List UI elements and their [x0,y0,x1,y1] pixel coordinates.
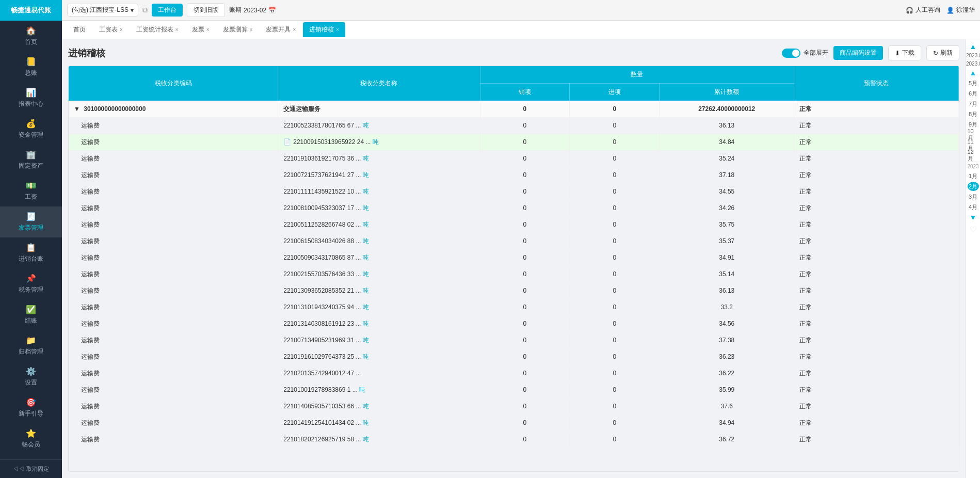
period-label: 账期 [229,6,242,14]
sidebar-item-member[interactable]: ⭐ 畅会员 [0,423,62,454]
row-unit-cell[interactable]: 吨 [359,386,365,393]
month-button[interactable]: 3月 [968,192,979,201]
row-unit-cell[interactable]: 吨 [363,353,369,360]
sidebar-item-asset[interactable]: 🏢 固定资产 [0,145,62,176]
tab-salary-report[interactable]: 工资统计报表 × [130,22,185,37]
row-invoice-cell: 221010019278983869 1 ... 吨 [278,381,480,398]
row-unit-cell[interactable]: 吨 [363,188,369,195]
support-button[interactable]: 🎧 人工咨询 [906,6,940,14]
row-unit-cell[interactable]: 吨 [363,337,369,344]
row-unit-cell[interactable]: 吨 [363,204,369,212]
tab-salary[interactable]: 工资表 × [93,22,129,37]
row-invoice-cell: 221002155703576436 33 ... 吨 [278,266,480,282]
tab-invoice[interactable]: 发票 × [186,22,216,37]
calendar-icon[interactable]: 📅 [268,7,276,14]
row-unit-cell[interactable]: 吨 [363,122,369,129]
sidebar-item-home[interactable]: 🏠 首页 [0,21,62,52]
row-status-cell: 正常 [794,117,959,134]
sidebar-item-invoice[interactable]: 🧾 发票管理 [0,206,62,237]
row-unit-cell[interactable]: 吨 [363,254,369,261]
row-purchase-cell: 0 [570,134,660,150]
refresh-button[interactable]: ↻ 刷新 [926,45,959,60]
month-button[interactable]: 12月 [968,151,979,160]
switch-button[interactable]: 切到旧版 [187,3,225,17]
toggle-all-switch[interactable] [782,49,800,58]
sidebar-item-capital[interactable]: 💰 资金管理 [0,114,62,145]
row-sales-cell: 0 [480,200,570,216]
row-unit-cell[interactable]: 吨 [363,155,369,162]
month-button[interactable]: 4月 [968,202,979,212]
tab-invoice-calc-close[interactable]: × [250,27,253,33]
tab-salary-report-close[interactable]: × [175,27,179,33]
company-label: (勾选) 江西报宝-LSS [72,6,128,14]
ledger-icon: 📒 [26,57,36,67]
month-button[interactable]: 1月 [968,171,979,181]
copy-icon[interactable]: ⧉ [142,6,148,14]
sidebar-item-ledger[interactable]: 📒 总账 [0,52,62,83]
row-cumulative-cell: 34.94 [660,415,794,431]
row-purchase-cell: 0 [570,167,660,183]
tab-home[interactable]: 首页 [67,22,92,37]
month-nav-up[interactable]: ▲ [969,68,978,78]
row-unit-cell[interactable]: 吨 [363,320,369,327]
row-unit-cell[interactable]: 吨 [363,436,369,443]
row-sales-cell: 0 [480,233,570,249]
workbench-button[interactable]: 工作台 [152,4,183,17]
sidebar-item-settings[interactable]: ⚙️ 设置 [0,361,62,392]
row-unit-cell[interactable]: 吨 [363,270,369,278]
download-button[interactable]: ⬇ 下载 [888,45,921,60]
row-unit-cell[interactable]: 吨 [363,419,369,426]
category-purchase-cell: 0 [570,101,660,117]
sidebar-item-salary[interactable]: 💵 工资 [0,176,62,206]
row-unit-cell[interactable]: 吨 [363,221,369,228]
month-button[interactable]: 6月 [968,89,979,98]
row-unit-cell[interactable]: 吨 [363,171,369,179]
sidebar-item-guide[interactable]: 🎯 新手引导 [0,392,62,423]
support-label: 人工咨询 [915,6,940,14]
row-sales-cell: 0 [480,249,570,266]
tab-invoice-close[interactable]: × [206,27,210,33]
tab-invoice-open-close[interactable]: × [293,27,296,33]
tab-invoice-open[interactable]: 发票开具 × [260,22,302,37]
row-unit-cell[interactable]: 吨 [363,287,369,294]
setting-button[interactable]: 商品编码设置 [833,46,883,60]
tab-reconcile[interactable]: 进销稽核 × [303,22,345,37]
category-code-cell: ▼ 301000000000000000 [69,101,278,117]
row-unit-cell[interactable]: 吨 [373,138,379,146]
row-unit-cell[interactable]: 吨 [363,304,369,311]
category-status-cell: 正常 [794,101,959,117]
row-cumulative-cell: 35.99 [660,381,794,398]
panel-scroll-up[interactable]: ▲ [969,41,978,52]
sidebar-item-report[interactable]: 📊 报表中心 [0,83,62,114]
right-panel: ▲ 2023.022023.02▲5月6月7月8月9月10月11月12月2023… [966,39,980,478]
expand-icon[interactable]: ▼ [74,105,80,113]
sidebar-item-archive[interactable]: 📁 归档管理 [0,330,62,361]
month-button[interactable]: 2月 [968,182,979,191]
row-sales-cell: 0 [480,167,570,183]
row-cumulative-cell: 37.6 [660,398,794,415]
row-purchase-cell: 0 [570,365,660,381]
month-button[interactable]: 7月 [968,99,979,108]
sidebar-item-label: 报表中心 [19,100,43,108]
year-separator-2023: 2023 [966,162,980,171]
row-name-cell: 运输费 [69,167,278,183]
month-scroll-area: 2023.022023.02▲5月6月7月8月9月10月11月12月20231月… [966,52,980,478]
tab-reconcile-close[interactable]: × [336,27,339,33]
month-nav-down[interactable]: ▼ [969,212,978,222]
headset-icon: 🎧 [906,7,913,14]
row-unit-cell[interactable]: 吨 [363,237,369,245]
user-menu[interactable]: 👤 徐潼华 [946,6,975,14]
row-name-cell: 运输费 [69,150,278,167]
company-selector[interactable]: (勾选) 江西报宝-LSS ▾ [67,4,138,17]
table-row: 运输费 221007215737621941 27 ... 吨 0 0 37.1… [69,167,959,183]
tab-salary-close[interactable]: × [120,27,123,33]
sidebar-item-settle[interactable]: ✅ 结账 [0,299,62,330]
row-cumulative-cell: 37.38 [660,332,794,348]
tab-invoice-calc[interactable]: 发票测算 × [217,22,259,37]
pin-toggle[interactable]: ◁◁ 取消固定 [0,459,62,478]
sidebar-item-tax[interactable]: 📌 税务管理 [0,268,62,299]
sidebar-item-sales-ledger[interactable]: 📋 进销台账 [0,237,62,268]
month-button[interactable]: 8月 [968,109,979,119]
month-button[interactable]: 5月 [968,78,979,88]
row-unit-cell[interactable]: 吨 [363,403,369,410]
